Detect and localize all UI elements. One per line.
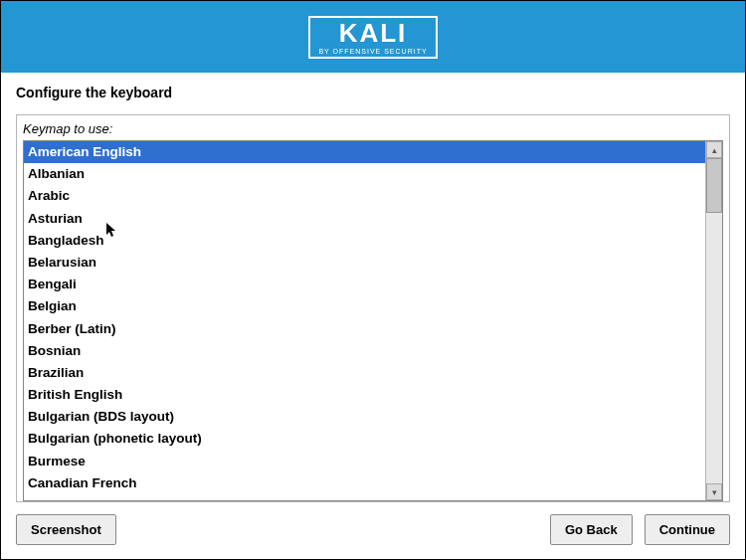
footer: Screenshot Go Back Continue (1, 502, 745, 557)
list-item[interactable]: Canadian Multilingual (24, 494, 705, 500)
continue-button[interactable]: Continue (645, 514, 730, 545)
list-item[interactable]: Bulgarian (phonetic layout) (24, 428, 705, 450)
keymap-panel: Keymap to use: American EnglishAlbanianA… (16, 114, 730, 502)
page-title: Configure the keyboard (16, 85, 730, 100)
logo-text: KALI (339, 20, 408, 46)
list-item[interactable]: Arabic (24, 185, 705, 207)
list-item[interactable]: Bosnian (24, 340, 705, 362)
scroll-up-icon[interactable]: ▴ (706, 141, 722, 158)
list-item[interactable]: Belarusian (24, 252, 705, 274)
scrollbar[interactable]: ▴ ▾ (705, 141, 722, 500)
kali-logo: KALI BY OFFENSIVE SECURITY (308, 16, 437, 59)
header-banner: KALI BY OFFENSIVE SECURITY (1, 1, 745, 73)
list-item[interactable]: Bangladesh (24, 230, 705, 252)
list-item[interactable]: Canadian French (24, 472, 705, 494)
list-item[interactable]: Albanian (24, 163, 705, 185)
list-item[interactable]: Brazilian (24, 362, 705, 384)
list-item[interactable]: Asturian (24, 208, 705, 230)
scroll-thumb[interactable] (706, 158, 722, 213)
list-item[interactable]: Berber (Latin) (24, 318, 705, 340)
list-item[interactable]: Belgian (24, 295, 705, 317)
list-item[interactable]: American English (24, 141, 705, 163)
list-item[interactable]: British English (24, 384, 705, 406)
list-item[interactable]: Bulgarian (BDS layout) (24, 406, 705, 428)
logo-subtitle: BY OFFENSIVE SECURITY (318, 48, 427, 55)
keymap-list-container: American EnglishAlbanianArabicAsturianBa… (23, 140, 723, 501)
keymap-list[interactable]: American EnglishAlbanianArabicAsturianBa… (24, 141, 705, 500)
scroll-down-icon[interactable]: ▾ (706, 483, 722, 500)
keymap-label: Keymap to use: (23, 121, 723, 136)
go-back-button[interactable]: Go Back (550, 514, 633, 545)
screenshot-button[interactable]: Screenshot (16, 514, 116, 545)
list-item[interactable]: Burmese (24, 451, 705, 472)
list-item[interactable]: Bengali (24, 274, 705, 295)
